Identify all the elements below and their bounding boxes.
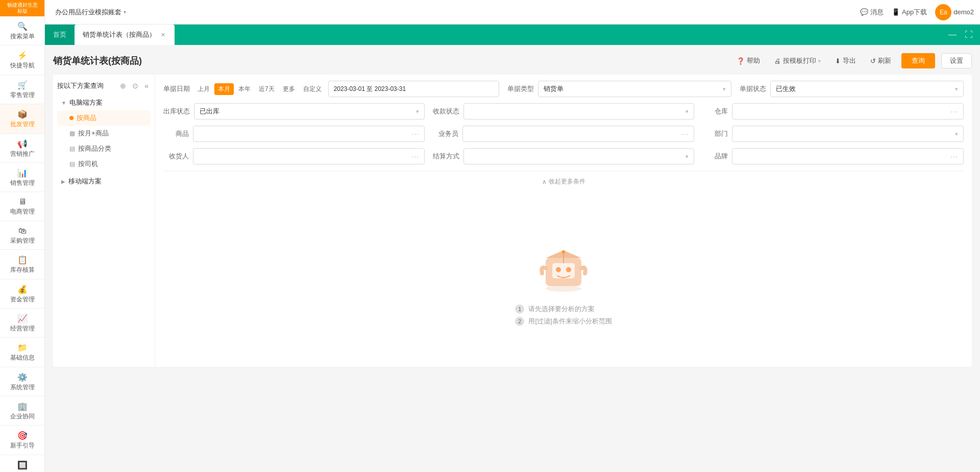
field-receiver: 收货人 ··· xyxy=(163,148,425,164)
sidebar-item-ecommerce[interactable]: 🖥 电商管理 xyxy=(0,192,44,221)
app-download-action[interactable]: 📱 App下载 xyxy=(892,8,927,17)
field-brand: 品牌 ··· xyxy=(702,148,964,164)
sidebar-label-enterprise: 企业协同 xyxy=(10,413,35,420)
scheme-item-by-month-product[interactable]: ▦ 按月+商品 xyxy=(57,126,151,141)
export-label: 导出 xyxy=(843,56,856,65)
brand-input[interactable]: ··· xyxy=(732,148,964,164)
filter-layout: 按以下方案查询 ⊕ ⊙ « ▼ 电脑端方案 按商品 xyxy=(53,75,972,367)
payment-status-select[interactable]: ▾ xyxy=(463,103,694,120)
sidebar-item-apps[interactable]: 🔲 应用中心 xyxy=(0,455,44,472)
department-select[interactable]: ▾ xyxy=(732,126,964,142)
query-button[interactable]: 查询 xyxy=(901,53,935,68)
warehouse-input[interactable]: ··· xyxy=(732,103,964,120)
by-month-product-label: 按月+商品 xyxy=(78,129,109,138)
tabbar: 首页 销货单统计表（按商品） ✕ — ⛶ xyxy=(45,25,980,45)
collapse-row: ∧ 收起更多条件 xyxy=(163,171,964,188)
payment-method-arrow-icon: ▾ xyxy=(685,153,689,160)
date-this-year-btn[interactable]: 本年 xyxy=(235,83,254,95)
payment-status-arrow-icon: ▾ xyxy=(685,108,689,115)
date-range-input[interactable]: 2023-03-01 至 2023-03-31 xyxy=(328,81,500,97)
out-status-select[interactable]: 已出库 ▾ xyxy=(194,103,425,120)
scheme-group-mobile: ▶ 移动端方案 xyxy=(57,174,151,189)
product-dots-icon: ··· xyxy=(411,130,419,138)
scheme-panel: 按以下方案查询 ⊕ ⊙ « ▼ 电脑端方案 按商品 xyxy=(53,75,155,367)
date-more-btn[interactable]: 更多 xyxy=(279,83,299,95)
sidebar-item-marketing[interactable]: 📢 营销推广 xyxy=(0,134,44,163)
topbar-left: 办公用品行业模拟账套 ▾ xyxy=(51,6,860,19)
scheme-group-desktop-title[interactable]: ▼ 电脑端方案 xyxy=(57,95,151,110)
avatar[interactable]: Ea xyxy=(935,4,951,20)
tab-maximize-icon[interactable]: ⛶ xyxy=(962,28,976,41)
desktop-group-label: 电脑端方案 xyxy=(69,98,103,107)
sidebar-icon-retail: 🛒 xyxy=(17,80,28,90)
sidebar-item-finance[interactable]: 💰 资金管理 xyxy=(0,279,44,309)
doc-type-select[interactable]: 销货单 ▾ xyxy=(538,81,731,97)
template-print-button[interactable]: 🖨 按模板打印 ▾ xyxy=(770,54,825,67)
message-action[interactable]: 💬 消息 xyxy=(860,8,884,17)
logo-area: 畅捷通好生意 标版 xyxy=(0,0,44,16)
sidebar-items: 🔍 搜索菜单 ⚡ 快捷导航 🛒 零售管理 📦 批发管理 📢 营销推广 📊 销售管… xyxy=(0,16,44,472)
tab-sales-stat[interactable]: 销货单统计表（按商品） ✕ xyxy=(75,25,175,45)
by-cashier-icon: ▤ xyxy=(69,160,75,168)
content-area: 销货单统计表(按商品) ❓ 帮助 🖨 按模板打印 ▾ ⬇ 导出 ↺ 刷新 xyxy=(45,45,980,472)
export-button[interactable]: ⬇ 导出 xyxy=(831,54,860,67)
sidebar-icon-sales: 📊 xyxy=(17,168,28,178)
refresh-button[interactable]: ↺ 刷新 xyxy=(866,54,895,67)
sidebar-item-operation[interactable]: 📈 经营管理 xyxy=(0,309,44,338)
sidebar-item-inventory[interactable]: 📋 库存核算 xyxy=(0,250,44,279)
out-status-arrow-icon: ▾ xyxy=(416,108,419,115)
hint-num-2: 2 xyxy=(515,317,524,326)
template-print-label: 按模板打印 xyxy=(783,56,816,65)
department-arrow-icon: ▾ xyxy=(955,131,958,137)
scheme-add-icon[interactable]: ⊕ xyxy=(118,81,128,91)
workspace-selector[interactable]: 办公用品行业模拟账套 ▾ xyxy=(51,6,130,19)
scheme-header-title: 按以下方案查询 xyxy=(57,81,104,90)
sidebar: 畅捷通好生意 标版 🔍 搜索菜单 ⚡ 快捷导航 🛒 零售管理 📦 批发管理 📢 … xyxy=(0,0,45,472)
doc-status-select[interactable]: 已生效 ▾ xyxy=(770,81,964,97)
settings-button[interactable]: 设置 xyxy=(941,53,972,68)
main-area: 办公用品行业模拟账套 ▾ 💬 消息 📱 App下载 Ea demo2 首页 xyxy=(45,0,980,472)
scheme-item-by-category[interactable]: ▤ 按商品分类 xyxy=(57,141,151,156)
product-input[interactable]: ··· xyxy=(193,126,425,142)
help-button[interactable]: ❓ 帮助 xyxy=(732,54,764,67)
hint-num-1: 1 xyxy=(515,304,524,314)
scheme-collapse-icon[interactable]: « xyxy=(142,81,151,91)
tab-home-label: 首页 xyxy=(53,30,66,39)
payment-method-select[interactable]: ▾ xyxy=(463,148,694,164)
tab-close-icon[interactable]: ✕ xyxy=(160,31,166,39)
tab-sales-stat-label: 销货单统计表（按商品） xyxy=(83,30,156,39)
sidebar-item-wholesale[interactable]: 📦 批发管理 xyxy=(0,104,44,133)
date-this-month-btn[interactable]: 本月 xyxy=(214,83,234,95)
scheme-item-by-cashier[interactable]: ▤ 按司机 xyxy=(57,156,151,172)
sidebar-label-search: 搜索菜单 xyxy=(10,33,35,40)
sidebar-item-basic[interactable]: 📁 基础信息 xyxy=(0,338,44,367)
sidebar-item-quicknav[interactable]: ⚡ 快捷导航 xyxy=(0,45,44,75)
scheme-item-by-product[interactable]: 按商品 xyxy=(57,110,151,126)
tab-minimize-icon[interactable]: — xyxy=(945,28,960,41)
sidebar-label-retail: 零售管理 xyxy=(10,91,35,99)
field-department: 部门 ▾ xyxy=(702,126,964,142)
sidebar-item-retail[interactable]: 🛒 零售管理 xyxy=(0,75,44,104)
tab-home[interactable]: 首页 xyxy=(45,25,75,45)
scheme-group-mobile-title[interactable]: ▶ 移动端方案 xyxy=(57,174,151,189)
date-custom-btn[interactable]: 自定义 xyxy=(300,83,325,95)
date-last-month-btn[interactable]: 上月 xyxy=(194,83,213,95)
svg-point-5 xyxy=(566,267,571,272)
sidebar-item-search[interactable]: 🔍 搜索菜单 xyxy=(0,16,44,45)
field-doc-type: 单据类型 销货单 ▾ xyxy=(507,81,731,97)
sidebar-label-marketing: 营销推广 xyxy=(10,150,35,157)
sidebar-item-enterprise[interactable]: 🏢 企业协同 xyxy=(0,396,44,426)
user-action[interactable]: Ea demo2 xyxy=(935,4,974,20)
receiver-input[interactable]: ··· xyxy=(193,148,425,164)
collapse-button[interactable]: ∧ 收起更多条件 xyxy=(536,175,592,188)
sidebar-item-system[interactable]: ⚙️ 系统管理 xyxy=(0,367,44,396)
sidebar-item-sales[interactable]: 📊 销售管理 xyxy=(0,163,44,192)
sidebar-item-purchase[interactable]: 🛍 采购管理 xyxy=(0,221,44,250)
date-last-7-days-btn[interactable]: 近7天 xyxy=(255,83,278,95)
sidebar-icon-basic: 📁 xyxy=(17,343,28,352)
salesperson-input[interactable]: ··· xyxy=(462,126,694,142)
export-icon: ⬇ xyxy=(835,57,841,65)
sidebar-item-newbie[interactable]: 🎯 新手引导 xyxy=(0,426,44,455)
scheme-settings-icon[interactable]: ⊙ xyxy=(130,81,140,91)
mobile-group-arrow-icon: ▶ xyxy=(61,179,65,184)
